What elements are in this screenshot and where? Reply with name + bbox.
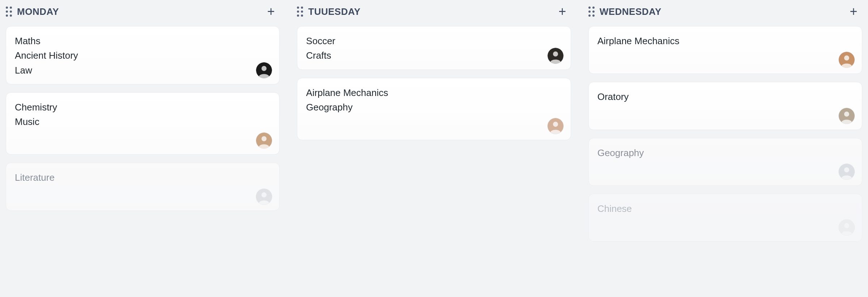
schedule-card[interactable]: MathsAncient HistoryLaw bbox=[6, 26, 280, 84]
schedule-card[interactable]: Chinese bbox=[588, 194, 862, 242]
assignee-avatar[interactable] bbox=[548, 118, 563, 134]
card-subject-line: Airplane Mechanics bbox=[306, 85, 562, 100]
svg-point-9 bbox=[553, 122, 558, 127]
svg-point-17 bbox=[844, 223, 849, 228]
svg-point-7 bbox=[553, 51, 558, 57]
drag-handle-icon[interactable] bbox=[6, 7, 12, 17]
column-header: TUUESDAY + bbox=[291, 0, 576, 23]
drag-handle-icon[interactable] bbox=[297, 7, 303, 17]
schedule-card[interactable]: Oratory bbox=[588, 82, 862, 130]
assignee-avatar[interactable] bbox=[839, 164, 855, 180]
schedule-card[interactable]: Airplane MechanicsGeography bbox=[297, 78, 571, 141]
svg-point-13 bbox=[844, 112, 849, 117]
svg-point-1 bbox=[261, 66, 267, 71]
card-subject-line: Chemistry bbox=[15, 100, 271, 114]
day-column: TUUESDAY + SoccerCrafts Airplane Mechani… bbox=[291, 0, 576, 297]
column-header: WEDNESDAY + bbox=[583, 0, 868, 23]
card-subject-line: Oratory bbox=[597, 89, 853, 104]
assignee-avatar[interactable] bbox=[256, 133, 272, 148]
svg-point-5 bbox=[261, 192, 267, 197]
day-column: WEDNESDAY + Airplane Mechanics Oratory G… bbox=[583, 0, 868, 297]
schedule-card[interactable]: Airplane Mechanics bbox=[588, 26, 862, 74]
day-column: MONDAY + MathsAncient HistoryLaw Chemist… bbox=[0, 0, 285, 297]
svg-point-3 bbox=[261, 136, 267, 141]
schedule-card[interactable]: SoccerCrafts bbox=[297, 26, 571, 70]
add-card-button[interactable]: + bbox=[556, 5, 569, 18]
schedule-card[interactable]: Geography bbox=[588, 138, 862, 186]
assignee-avatar[interactable] bbox=[839, 108, 855, 124]
schedule-card[interactable]: ChemistryMusic bbox=[6, 92, 280, 155]
cards-list: MathsAncient HistoryLaw ChemistryMusic L… bbox=[0, 23, 285, 214]
drag-handle-icon[interactable] bbox=[588, 7, 595, 17]
assignee-avatar[interactable] bbox=[256, 62, 272, 78]
column-header-left: MONDAY bbox=[6, 6, 59, 17]
column-header-left: TUUESDAY bbox=[297, 6, 361, 17]
add-card-button[interactable]: + bbox=[847, 5, 860, 18]
assignee-avatar[interactable] bbox=[548, 48, 563, 64]
card-subject-line: Ancient History bbox=[15, 48, 271, 63]
cards-list: Airplane Mechanics Oratory Geography Chi… bbox=[583, 23, 868, 244]
assignee-avatar[interactable] bbox=[839, 52, 855, 68]
assignee-avatar[interactable] bbox=[256, 189, 272, 205]
column-header: MONDAY + bbox=[0, 0, 285, 23]
card-subject-line: Geography bbox=[306, 100, 562, 114]
schedule-card[interactable]: Literature bbox=[6, 163, 280, 210]
column-title: TUUESDAY bbox=[308, 6, 361, 17]
card-subject-line: Airplane Mechanics bbox=[597, 34, 853, 48]
card-subject-line: Geography bbox=[597, 146, 853, 160]
card-subject-line: Soccer bbox=[306, 34, 562, 48]
card-subject-line: Maths bbox=[15, 34, 271, 48]
column-header-left: WEDNESDAY bbox=[588, 6, 661, 17]
svg-point-11 bbox=[844, 55, 849, 60]
cards-list: SoccerCrafts Airplane MechanicsGeography bbox=[291, 23, 576, 143]
add-card-button[interactable]: + bbox=[264, 5, 277, 18]
card-subject-line: Law bbox=[15, 63, 271, 78]
assignee-avatar[interactable] bbox=[839, 219, 855, 235]
svg-point-15 bbox=[844, 167, 849, 172]
card-subject-line: Literature bbox=[15, 170, 271, 185]
card-subject-line: Chinese bbox=[597, 201, 853, 216]
column-title: WEDNESDAY bbox=[600, 6, 661, 17]
column-title: MONDAY bbox=[17, 6, 59, 17]
card-subject-line: Music bbox=[15, 114, 271, 129]
card-subject-line: Crafts bbox=[306, 48, 562, 63]
